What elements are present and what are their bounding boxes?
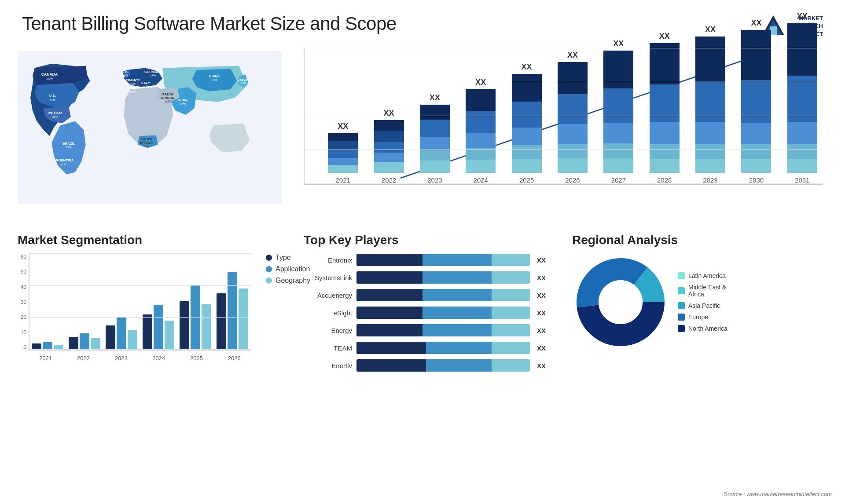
label-europe: Europe xyxy=(688,314,708,321)
player-enertiv: Enertiv XX xyxy=(304,359,550,372)
player-energy: Energy XX xyxy=(304,324,550,336)
svg-text:AFRICA: AFRICA xyxy=(140,141,153,145)
svg-text:xx%: xx% xyxy=(241,81,246,84)
regional-section: Regional Analysis xyxy=(563,229,836,376)
player-systemslink: SystemsLink XX xyxy=(304,271,550,284)
donut-center xyxy=(599,280,643,324)
svg-text:xx%: xx% xyxy=(165,100,170,103)
us-label: U.S. xyxy=(49,94,56,98)
svg-text:xx%: xx% xyxy=(143,85,148,88)
market-segmentation: Market Segmentation 0 10 20 30 40 50 60 xyxy=(9,229,290,376)
seg-bar-2023 xyxy=(106,318,137,350)
bar-2025: XX 2025 xyxy=(506,62,547,184)
uk-label: U.K. xyxy=(122,70,129,74)
legend-dot-application xyxy=(266,266,272,272)
svg-text:xx%: xx% xyxy=(122,74,128,77)
svg-text:xx%: xx% xyxy=(130,90,136,93)
canada-label: CANADA xyxy=(41,72,58,77)
svg-text:xx%: xx% xyxy=(180,102,186,105)
bar-2028: XX 2028 xyxy=(644,32,685,184)
legend-latin-america: Latin America xyxy=(678,272,727,279)
world-map-svg: CANADA xx% U.S. xx% MEXICO xx% BRAZIL xx… xyxy=(18,48,282,207)
segmentation-title: Market Segmentation xyxy=(18,233,282,247)
svg-text:xx%: xx% xyxy=(46,77,53,80)
regional-title: Regional Analysis xyxy=(572,233,827,247)
germany-label: GERMANY xyxy=(144,70,162,74)
bar-2026: XX 2026 xyxy=(552,51,593,184)
world-map: CANADA xx% U.S. xx% MEXICO xx% BRAZIL xx… xyxy=(18,48,282,207)
donut-container: Latin America Middle East &Africa Asia P… xyxy=(572,254,827,351)
seg-bars xyxy=(29,254,250,351)
seg-x-labels: 2021 2022 2023 2024 2025 2026 xyxy=(29,353,250,362)
bar-chart-section: XX 2021 XX xyxy=(290,44,836,229)
svg-text:xx%: xx% xyxy=(150,74,156,77)
label-middle-east: Middle East &Africa xyxy=(688,284,726,298)
bar-2030: XX 2030 xyxy=(735,18,777,184)
legend-north-america: North America xyxy=(678,325,727,332)
bar-2023: XX 2023 xyxy=(414,93,456,184)
color-europe xyxy=(678,314,685,321)
svg-text:xx%: xx% xyxy=(50,98,55,101)
color-middle-east xyxy=(678,287,685,294)
player-team: TEAM XX xyxy=(304,342,550,354)
svg-text:xx%: xx% xyxy=(61,163,66,166)
india-label: INDIA xyxy=(178,98,187,102)
legend-middle-east: Middle East &Africa xyxy=(678,284,727,298)
seg-bar-2022 xyxy=(69,333,100,350)
spain-label: SPAIN xyxy=(128,87,137,90)
svg-text:xx%: xx% xyxy=(66,146,72,149)
donut-legend: Latin America Middle East &Africa Asia P… xyxy=(678,272,727,332)
svg-text:xx%: xx% xyxy=(212,78,217,81)
color-north-america xyxy=(678,325,685,332)
label-asia-pacific: Asia Pacific xyxy=(688,302,720,309)
bar-chart-container: XX 2021 XX xyxy=(304,48,823,215)
players-title: Top Key Players xyxy=(304,233,550,247)
bottom-right-area: Top Key Players Entronix XX SystemsLink xyxy=(290,229,836,376)
seg-bar-2021 xyxy=(32,342,63,350)
japan-label: JAPAN xyxy=(238,78,249,82)
players-list: Entronix XX SystemsLink xyxy=(304,254,550,372)
main-content: CANADA xx% U.S. xx% MEXICO xx% BRAZIL xx… xyxy=(0,44,845,376)
source-text: Source : www.marketresearchintellect.com xyxy=(724,491,832,497)
bar-2029: XX 2029 xyxy=(690,25,731,184)
key-players-section: Top Key Players Entronix XX SystemsLink xyxy=(290,229,563,376)
page-title: Tenant Billing Software Market Size and … xyxy=(22,13,397,34)
svg-text:xx%: xx% xyxy=(52,115,58,118)
bar-2022: XX 2022 xyxy=(368,109,409,184)
legend-dot-type xyxy=(266,255,272,261)
mexico-label: MEXICO xyxy=(48,111,62,115)
legend-dot-geography xyxy=(266,278,272,284)
player-entronix: Entronix XX xyxy=(304,254,550,266)
bar-2021: XX 2021 xyxy=(322,122,364,184)
seg-bar-2026 xyxy=(217,272,248,350)
map-section: CANADA xx% U.S. xx% MEXICO xx% BRAZIL xx… xyxy=(9,44,290,229)
label-latin-america: Latin America xyxy=(688,272,726,279)
segmentation-content: 0 10 20 30 40 50 60 xyxy=(18,254,282,362)
france-label: FRANCE xyxy=(125,78,140,82)
player-accuenergy: Accuenergy XX xyxy=(304,289,550,301)
label-north-america: North America xyxy=(688,325,727,332)
bar-2031: XX 2031 xyxy=(782,12,823,184)
italy-label: ITALY xyxy=(141,81,151,85)
color-asia-pacific xyxy=(678,302,685,309)
donut-chart xyxy=(572,254,669,351)
color-latin-america xyxy=(678,272,685,279)
bar-2024: XX 2024 xyxy=(460,78,501,184)
legend-europe: Europe xyxy=(678,314,727,321)
legend-label-type: Type xyxy=(276,254,291,262)
seg-bar-2024 xyxy=(143,305,174,350)
bar-2027: XX 2027 xyxy=(598,39,639,184)
y-labels: 0 10 20 30 40 50 60 xyxy=(18,254,26,351)
svg-text:ARABIA: ARABIA xyxy=(161,96,174,100)
bar-chart-bars: XX 2021 XX xyxy=(304,48,823,185)
china-label: CHINA xyxy=(209,74,220,78)
argentina-label: ARGENTINA xyxy=(54,158,74,162)
brazil-label: BRAZIL xyxy=(62,142,75,146)
legend-asia-pacific: Asia Pacific xyxy=(678,302,727,309)
svg-text:xx%: xx% xyxy=(143,145,149,148)
player-esight: eSight XX xyxy=(304,307,550,319)
seg-chart: 0 10 20 30 40 50 60 xyxy=(18,254,250,362)
svg-text:xx%: xx% xyxy=(130,82,136,85)
